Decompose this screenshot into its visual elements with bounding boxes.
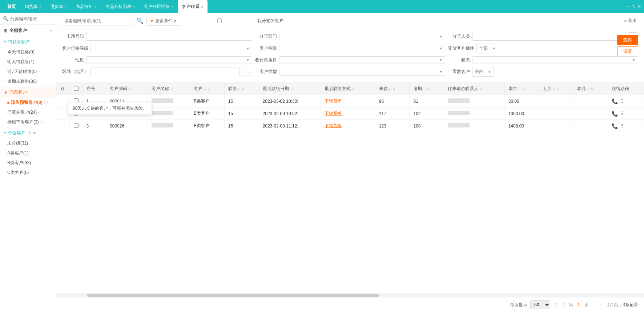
horizontal-scrollbar[interactable] [56,293,644,297]
my-customer-check[interactable] [183,19,256,23]
page-size-select[interactable]: 50 100 [530,300,550,309]
sidebar-item-tomorrow-pending[interactable]: 明天待联络(1) [0,57,56,67]
sidebar-item-overdue-pending[interactable]: 逾期未联络(30) [0,77,56,86]
tab-home[interactable]: 首页 [3,0,20,13]
search-icon: 🔍 [3,16,9,21]
phone-input[interactable] [86,32,252,41]
tab-product-analysis-list[interactable]: 商品分析列表 × [101,0,140,13]
phone-action-icon[interactable]: 📞 [612,98,618,104]
value-group-title[interactable]: ▼ 价值客户 ↻ ✏ [0,128,56,138]
close-icon[interactable]: × [133,5,135,9]
th-contact-person[interactable]: 往来单位联系人 ⇅ [444,83,504,95]
customer-type-select[interactable]: ▼ [279,68,445,76]
dept-label: 分管部门 [255,33,277,40]
more-action-icon[interactable]: ⠿ [620,98,624,104]
my-customer-checkbox[interactable]: 我分管的客户 [183,18,283,24]
churn-group-title[interactable]: ▼ 问题客户 [0,87,56,98]
all-customers-label: 全部客户 [9,28,27,34]
th-this-year[interactable]: 本年... ⇅ [504,83,539,95]
refresh-icon[interactable]: ↻ [28,131,32,135]
th-this-month[interactable]: 本月... ⇅ [573,83,608,95]
first-page-icon[interactable]: ⟨⟨ [553,301,560,308]
th-unlinked[interactable]: 未联... ⇅ [375,83,410,95]
sidebar-item-declining[interactable]: 持续下滑客户(2) ⓘ [0,117,56,127]
zero-attr-select[interactable]: 全部 ▼ [476,44,498,53]
last-method-link[interactable]: 下销货单 [325,98,342,104]
th-last-month[interactable]: 上月... ⇅ [539,83,573,95]
info-icon: ⓘ [40,120,44,125]
th-code[interactable]: 客户编码 ⇅ [106,83,148,95]
maximize-icon[interactable]: □ [632,4,635,9]
top-nav: 首页 销货单 × 进货单 × 商品分析 × 商品分析列表 × 客户分层经营 × … [0,0,644,13]
settings-button[interactable]: 设置 [617,46,638,56]
sidebar-item-c-class[interactable]: C类客户(6) [0,168,56,178]
sidebar-item-ungroups[interactable]: 未分组(32) [0,138,56,148]
select-all-checkbox[interactable] [74,86,79,91]
tab-purchase[interactable]: 进货单 × [46,0,71,13]
more-filter-button[interactable]: ▼ 更多条件 ∧ [146,16,180,26]
close-icon[interactable]: × [201,5,203,9]
region-input[interactable] [90,68,240,76]
th-settings[interactable]: ⚙ [56,83,69,95]
region-dots-button[interactable]: ··· [242,68,252,76]
close-icon[interactable]: × [94,5,97,9]
next-page-icon[interactable]: ⟩ [592,301,596,308]
th-last-method[interactable]: 最后联络方式 ⇅ [321,83,375,95]
td-last-month [539,108,573,120]
tab-customer-contact[interactable]: 客户联系 × [178,0,208,13]
td-grade: B类客户 [190,120,225,132]
scroll-thumb[interactable] [87,294,379,297]
search-button[interactable]: 🔍 [136,17,144,24]
customer-grade-select[interactable]: ▼ [279,45,445,52]
th-contact-count[interactable]: 联络... ⇅ [224,83,259,95]
zero-customer-select[interactable]: 全部 ▼ [472,67,494,77]
sidebar-item-today-pending[interactable]: 今天待联络(0) [0,47,56,57]
tab-customer-segment[interactable]: 客户分层经营 × [139,0,178,13]
sidebar-search-input[interactable] [10,16,53,21]
price-tier-select[interactable]: ▼ [90,45,252,52]
tab-sales[interactable]: 销货单 × [20,0,46,13]
sidebar-item-already-churn[interactable]: 已流失客户(24) ⓘ [0,108,56,117]
sidebar-all-customers[interactable]: ⊞ 全部客户 « [0,25,56,37]
more-action-icon[interactable]: ⠿ [620,123,624,129]
th-grade[interactable]: 客户... ⇅ [190,83,225,95]
minimize-icon[interactable]: ─ [626,4,629,9]
search-input[interactable] [61,17,133,25]
td-last-month [539,95,573,108]
payment-select[interactable]: ▼ [279,56,445,64]
td-last-date: 2023-02-03 11:12: [259,120,321,132]
b-class-label: B类客户(33) [7,160,31,166]
query-button[interactable]: 查询 [617,35,638,45]
row-checkbox[interactable] [74,123,79,128]
th-last-date[interactable]: 最后联络日期 ⇅ [259,83,321,95]
prev-page-icon[interactable]: ⟨ [561,301,566,308]
phone-action-icon[interactable]: 📞 [612,123,618,129]
export-button[interactable]: ↗ 导出 [620,16,640,25]
th-name[interactable]: 客户名称 ⇅ [148,83,190,95]
payment-label: 收付款条件 [255,57,277,63]
sidebar-item-week-pending[interactable]: 近7天待联络(0) [0,67,56,77]
close-icon[interactable]: × [65,5,67,9]
gender-select[interactable]: ▼ [86,56,252,64]
status-select[interactable]: ▼ [472,56,638,64]
phone-action-icon[interactable]: 📞 [612,111,618,117]
sidebar-item-churn-warning[interactable]: 流失预警客户(3) ⓘ [0,98,56,108]
td-checkbox[interactable] [69,120,82,132]
last-method-link[interactable]: 下销货单 [325,123,342,128]
close-window-icon[interactable]: ✕ [637,4,641,9]
pending-group-title[interactable]: ▼ 待联络客户 [0,37,56,47]
last-method-link[interactable]: 下销货单 [325,111,342,116]
sidebar-item-a-class[interactable]: A类客户(1) [0,148,56,158]
more-action-icon[interactable]: ⠿ [620,111,624,117]
th-checkbox[interactable] [69,83,82,95]
close-icon[interactable]: × [171,5,173,9]
person-input[interactable] [472,32,626,41]
td-name [148,120,190,132]
last-page-icon[interactable]: ⟩⟩ [598,301,604,308]
th-overdue[interactable]: 逾期... ⇅ [410,83,444,95]
edit-icon[interactable]: ✏ [33,131,36,135]
close-icon[interactable]: × [39,5,41,9]
tab-product-analysis[interactable]: 商品分析 × [71,0,101,13]
sidebar-item-b-class[interactable]: B类客户(33) [0,158,56,168]
dept-select[interactable]: ▼ [279,33,445,40]
